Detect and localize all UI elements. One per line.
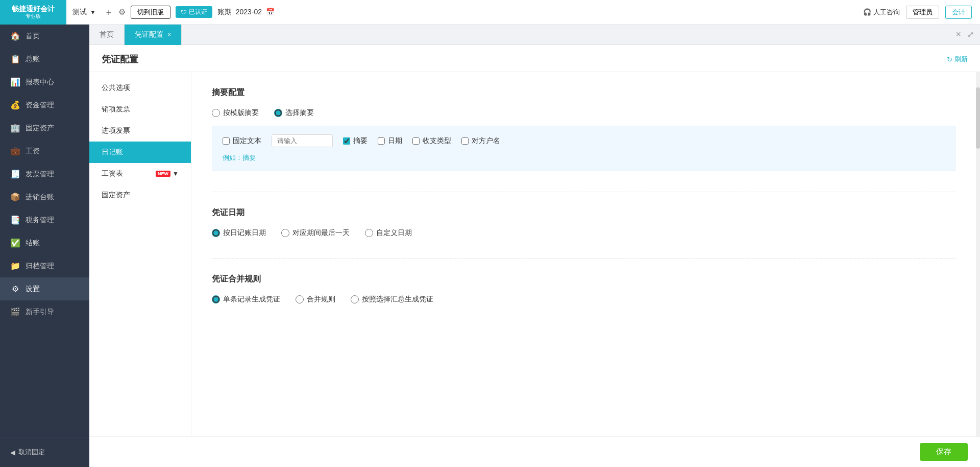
sidebar-item-home[interactable]: 🏠 首页 [0, 25, 89, 48]
summary-radio-select-label: 选择摘要 [285, 108, 314, 118]
sidebar-item-ledger[interactable]: 📋 总账 [0, 48, 89, 71]
sidebar-item-close-accounts[interactable]: ✅ 结账 [0, 231, 89, 254]
date-radio-last-input[interactable] [281, 229, 289, 237]
counterpart-checkbox[interactable] [461, 137, 469, 145]
sidebar-item-archive[interactable]: 📁 归档管理 [0, 254, 89, 277]
sidebar-label-salary: 工资 [26, 147, 40, 156]
tax-icon: 📑 [10, 215, 20, 225]
payment-type-option[interactable]: 收支类型 [412, 136, 451, 146]
date-radio-diary-label: 按日记账日期 [223, 228, 266, 238]
date-radio-custom[interactable]: 自定义日期 [365, 228, 412, 238]
tab-home[interactable]: 首页 [89, 25, 125, 45]
sidebar-item-tax[interactable]: 📑 税务管理 [0, 208, 89, 231]
payroll-label: 工资表 [102, 169, 123, 178]
expand-icon: ▼ [173, 170, 179, 177]
project-name: 测试 [72, 8, 87, 17]
merge-radio-rule-label: 合并规则 [307, 295, 335, 304]
merge-radio-summary-input[interactable] [351, 295, 359, 303]
top-bar-right: 🎧 人工咨询 管理员 会计 [863, 6, 972, 19]
add-icon[interactable]: ＋ [104, 6, 113, 18]
date-radio-last[interactable]: 对应期间最后一天 [281, 228, 350, 238]
home-icon: 🏠 [10, 31, 20, 41]
left-nav-fixed-assets[interactable]: 固定资产 [89, 184, 191, 206]
merge-radio-single[interactable]: 单条记录生成凭证 [212, 295, 280, 304]
tab-fullscreen-button[interactable]: ⤢ [967, 30, 974, 39]
sidebar-label-funds: 资金管理 [26, 101, 54, 110]
sidebar-label-guide: 新手引导 [26, 308, 54, 317]
summary-option[interactable]: 摘要 [343, 136, 368, 146]
date-checkbox[interactable] [378, 137, 385, 145]
sidebar-label-tax: 税务管理 [26, 216, 54, 225]
merge-radio-summary[interactable]: 按照选择汇总生成凭证 [351, 295, 433, 304]
logo-line1: 畅捷通好会计 [12, 5, 55, 13]
refresh-button[interactable]: ↻ 刷新 [947, 55, 968, 64]
new-badge: NEW [156, 171, 170, 177]
summary-radio-select[interactable]: 选择摘要 [274, 108, 314, 118]
left-nav-payroll[interactable]: 工资表 NEW ▼ [89, 163, 191, 184]
sidebar-label-ledger: 总账 [26, 55, 40, 64]
left-nav-diary[interactable]: 日记账 [89, 142, 191, 163]
save-button[interactable]: 保存 [920, 443, 968, 461]
sidebar-label-close-accounts: 结账 [26, 239, 40, 248]
merge-radio-rule[interactable]: 合并规则 [296, 295, 335, 304]
summary-checkbox[interactable] [343, 137, 350, 145]
tab-voucher-config[interactable]: 凭证配置 × [125, 25, 182, 45]
sidebar-item-reports[interactable]: 📊 报表中心 [0, 71, 89, 94]
left-nav-sales-invoice[interactable]: 销项发票 [89, 99, 191, 120]
fixed-text-checkbox[interactable] [223, 137, 230, 145]
accountant-button[interactable]: 会计 [945, 6, 972, 19]
merge-radio-single-input[interactable] [212, 295, 220, 303]
fixed-text-option[interactable]: 固定文本 [223, 136, 261, 146]
project-selector[interactable]: 测试 ▼ [72, 8, 96, 17]
tab-close-button[interactable]: × [955, 29, 961, 40]
top-bar-actions: ＋ ⚙ 切到旧版 🛡 已认证 账期 2023-02 📅 [104, 6, 275, 19]
sidebar: 🏠 首页 📋 总账 📊 报表中心 💰 资金管理 🏢 固定资产 💼 工资 🧾 发票… [0, 25, 89, 467]
date-label: 日期 [388, 136, 402, 146]
sidebar-item-invoice[interactable]: 🧾 发票管理 [0, 162, 89, 185]
date-radio-diary[interactable]: 按日记账日期 [212, 228, 266, 238]
sidebar-item-salary[interactable]: 💼 工资 [0, 139, 89, 162]
dropdown-icon[interactable]: ▼ [90, 9, 96, 16]
summary-radio-template[interactable]: 按模版摘要 [212, 108, 259, 118]
summary-radio-select-input[interactable] [274, 109, 282, 117]
scrollbar-thumb[interactable] [976, 87, 980, 149]
merge-radio-rule-input[interactable] [296, 295, 304, 303]
cancel-fixed-button[interactable]: ◀ 取消固定 [0, 442, 89, 462]
switch-old-button[interactable]: 切到旧版 [131, 6, 170, 19]
funds-icon: 💰 [10, 100, 20, 110]
sidebar-label-settings: 设置 [26, 285, 40, 294]
sidebar-item-settings[interactable]: ⚙ 设置 [0, 277, 89, 300]
merge-section-title: 凭证合并规则 [212, 274, 955, 285]
cancel-fixed-label: 取消固定 [18, 448, 45, 457]
payment-type-label: 收支类型 [423, 136, 451, 146]
counterpart-option[interactable]: 对方户名 [461, 136, 500, 146]
date-radio-custom-input[interactable] [365, 229, 373, 237]
fixed-text-input[interactable] [272, 134, 333, 147]
sidebar-item-purchase-sales[interactable]: 📦 进销台账 [0, 185, 89, 208]
tab-bar: 首页 凭证配置 × × ⤢ [89, 25, 980, 45]
calendar-icon[interactable]: 📅 [266, 8, 275, 16]
manager-button[interactable]: 管理员 [906, 6, 939, 19]
payment-type-checkbox[interactable] [412, 137, 420, 145]
summary-radio-template-input[interactable] [212, 109, 220, 117]
summary-config-box: 固定文本 摘要 日期 [212, 126, 955, 171]
date-radio-diary-input[interactable] [212, 229, 220, 237]
sidebar-label-home: 首页 [26, 32, 40, 41]
shield-icon: 🛡 [181, 9, 187, 16]
merge-section: 凭证合并规则 单条记录生成凭证 合并规则 [212, 274, 955, 304]
tab-close-icon[interactable]: × [167, 31, 171, 38]
logo-line2: 专业版 [26, 13, 41, 19]
section-divider-2 [212, 258, 955, 259]
tab-home-label: 首页 [100, 30, 114, 39]
left-nav-common[interactable]: 公共选项 [89, 77, 191, 99]
settings-icon[interactable]: ⚙ [118, 7, 126, 17]
sidebar-item-funds[interactable]: 💰 资金管理 [0, 94, 89, 116]
sidebar-item-guide[interactable]: 🎬 新手引导 [0, 300, 89, 323]
archive-icon: 📁 [10, 261, 20, 271]
right-scrollbar[interactable] [976, 72, 980, 436]
date-option[interactable]: 日期 [378, 136, 402, 146]
consult-button[interactable]: 🎧 人工咨询 [863, 8, 900, 17]
sidebar-item-assets[interactable]: 🏢 固定资产 [0, 116, 89, 139]
fixed-text-label: 固定文本 [233, 136, 261, 146]
left-nav-purchase-invoice[interactable]: 进项发票 [89, 120, 191, 142]
